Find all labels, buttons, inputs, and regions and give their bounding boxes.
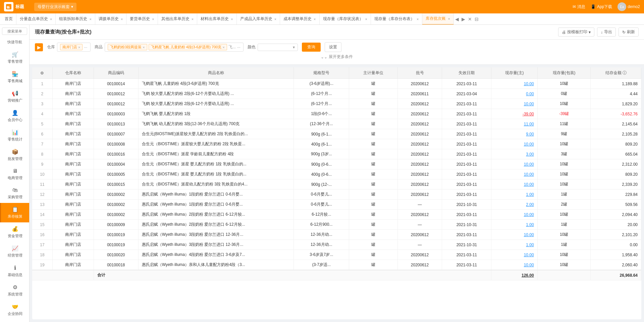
footer-empty — [32, 270, 94, 280]
tab-7-close[interactable]: × — [274, 17, 276, 21]
cell-qty[interactable]: 2.00 — [491, 200, 537, 210]
refresh-button[interactable]: ↻ 刷新 — [619, 28, 639, 37]
col-qty-main: 现存量(主) — [491, 67, 537, 79]
cell-qty[interactable]: 10.00 — [491, 79, 537, 89]
tab-1[interactable]: 分量盘点单历史 × — [16, 13, 56, 25]
cell-qty[interactable]: 1.00 — [491, 240, 537, 250]
sidebar-item-finance[interactable]: 💰 资金管理 — [0, 222, 29, 242]
sidebar-item-wholesale[interactable]: 📦 批发管理 — [0, 145, 29, 165]
expand-more-btn[interactable]: ⌄⌄ 展开更多条件 — [35, 52, 639, 62]
warehouse-tag-box[interactable]: 南岸门店 × ··· — [57, 43, 91, 52]
tab-11[interactable]: 库存批次账 × — [422, 13, 453, 25]
tab-2-close[interactable]: × — [89, 17, 91, 21]
cell-code: 00100013 — [94, 119, 138, 129]
sidebar-item-retail-stats[interactable]: 📊 零售统计 — [0, 126, 29, 145]
tab-9[interactable]: 现存量（库存状况表） × — [320, 13, 371, 25]
settings-icon[interactable]: ⚙ — [40, 71, 44, 75]
footer-total-qty[interactable]: 126.00 — [491, 270, 537, 280]
sidebar-item-operations[interactable]: 📈 经营管理 — [0, 242, 29, 261]
org-selector[interactable]: 母婴行业演示账套 ▾ — [34, 3, 76, 11]
tab-7[interactable]: 产成品入库单历史 × — [237, 13, 280, 25]
cell-qty[interactable]: 10.00 — [491, 179, 537, 190]
tab-nav-menu[interactable]: ⊟ — [473, 16, 480, 22]
cell-qty[interactable]: 10.00 — [491, 159, 537, 169]
sidebar-item-collab[interactable]: 🤝 企业协同 — [0, 300, 29, 320]
tab-6-close[interactable]: × — [231, 17, 233, 21]
sidebar-quick-nav[interactable]: 快捷导航 — [0, 38, 29, 47]
cell-name: 惠氏启赋（Wyeth illuma）3段奶粉 爱尔兰进口 12-36月... — [138, 240, 294, 250]
tab-3-close[interactable]: × — [121, 17, 123, 21]
cell-unit: 罐 — [349, 169, 397, 179]
messages-btn[interactable]: ✉ 消息 — [573, 4, 585, 10]
tab-home[interactable]: 首页 — [1, 13, 16, 25]
cell-qty[interactable]: 10.00 — [491, 250, 537, 260]
cell-qty[interactable]: 1.00 — [491, 190, 537, 200]
messages-label: 消息 — [577, 4, 585, 10]
cell-code: 00100009 — [94, 220, 138, 230]
cell-qty[interactable]: 10.00 — [491, 139, 537, 149]
tab-10[interactable]: 现存量（库存分布表） × — [371, 13, 422, 25]
cell-qty[interactable]: 3.00 — [491, 149, 537, 159]
sidebar-item-retail-mall[interactable]: 🏪 零售商城 — [0, 67, 29, 87]
cell-spec: 3-6岁及7岁... — [294, 250, 349, 260]
tab-nav-close[interactable]: ✕ — [467, 16, 473, 22]
tab-11-close[interactable]: × — [448, 17, 450, 21]
product-tag-box[interactable]: 飞鹤奶粉3段两提装 × 飞鹤星飞帆 儿童奶粉 4段(3-6岁适用) 700克 ×… — [105, 43, 244, 52]
sidebar-item-marketing[interactable]: 📢 营销推广 — [0, 87, 29, 106]
sidebar-item-inventory[interactable]: 📋 库存核算 — [0, 203, 29, 222]
tab-8-close[interactable]: × — [314, 17, 316, 21]
warehouse-tag-close[interactable]: × — [78, 45, 80, 49]
tab-6[interactable]: 材料出库单历史 × — [197, 13, 236, 25]
product-dots[interactable]: ··· — [237, 45, 240, 50]
tab-5[interactable]: 其他出库单历史 × — [158, 13, 197, 25]
settings-button[interactable]: 设置 — [325, 42, 341, 52]
cell-qty[interactable]: 10.00 — [491, 210, 537, 220]
tab-nav-left[interactable]: ◀ — [454, 16, 460, 22]
sidebar-item-retail-mgmt[interactable]: 🛒 零售管理 — [0, 48, 29, 67]
cell-qty[interactable]: 10.00 — [491, 169, 537, 179]
sidebar-item-ecommerce[interactable]: 🖥 电商管理 — [0, 165, 29, 184]
user-profile[interactable]: Ea demo2 — [618, 2, 640, 11]
cell-qty[interactable]: 11.00 — [491, 119, 537, 129]
cell-qty[interactable]: 1.00 — [491, 220, 537, 230]
tab-1-label: 分量盘点单历史 — [20, 16, 48, 22]
sidebar-item-member[interactable]: 👤 会员中心 — [0, 106, 29, 126]
tab-5-close[interactable]: × — [192, 17, 194, 21]
cell-qty[interactable]: 10.00 — [491, 99, 537, 109]
app-download-btn[interactable]: 📱 App下载 — [591, 4, 612, 10]
cell-qty[interactable]: -39.00 — [491, 109, 537, 119]
tab-nav-right[interactable]: ▶ — [460, 16, 467, 22]
tab-8[interactable]: 成本调整单历史 × — [280, 13, 319, 25]
cell-qty-pack: 10罐 — [537, 99, 591, 109]
export-button[interactable]: ↓ 导出 — [597, 28, 616, 37]
print-button[interactable]: 🖨 按模板打印 ▾ — [558, 28, 594, 37]
tab-2[interactable]: 组装拆卸单历史 × — [56, 13, 95, 25]
cell-qty[interactable]: 10.00 — [491, 230, 537, 240]
product-tag-1-close[interactable]: × — [143, 45, 145, 49]
cell-qty[interactable]: 10.00 — [491, 260, 537, 270]
warehouse-dots[interactable]: ··· — [84, 45, 87, 50]
tab-3[interactable]: 调拨单历史 × — [95, 13, 126, 25]
cell-qty[interactable]: 9.00 — [491, 129, 537, 139]
tab-9-close[interactable]: × — [365, 17, 367, 21]
color-arrow-icon: ▾ — [293, 45, 295, 50]
tab-10-close[interactable]: × — [417, 17, 419, 21]
col-settings[interactable]: ⚙ — [32, 67, 52, 79]
sidebar-item-purchase[interactable]: 🛍 采购管理 — [0, 184, 29, 203]
sidebar-item-basics[interactable]: ℹ 基础信息 — [0, 261, 29, 281]
table-row: 12 南岸门店 00100002 惠氏启赋（Wyeth illuma）1段奶粉 … — [32, 190, 641, 200]
cell-batch: 20200612 — [397, 190, 442, 200]
cell-warehouse: 南岸门店 — [52, 260, 94, 270]
query-button[interactable]: 查询 — [302, 43, 321, 52]
cell-qty[interactable]: 0.00 — [491, 89, 537, 99]
filter-expand-btn[interactable]: ▶ — [35, 43, 43, 51]
cell-code: 00100019 — [94, 240, 138, 250]
sidebar-item-guide[interactable]: 🎯 新手引导 — [0, 320, 29, 322]
tab-4-close[interactable]: × — [152, 17, 154, 21]
tab-4[interactable]: 要货单历史 × — [126, 13, 158, 25]
product-tag-2-close[interactable]: × — [222, 45, 224, 49]
sidebar-item-system[interactable]: ⚙ 系统管理 — [0, 281, 29, 300]
search-input[interactable] — [2, 28, 27, 35]
tab-1-close[interactable]: × — [50, 17, 52, 21]
color-box[interactable]: ▾ — [258, 44, 298, 51]
